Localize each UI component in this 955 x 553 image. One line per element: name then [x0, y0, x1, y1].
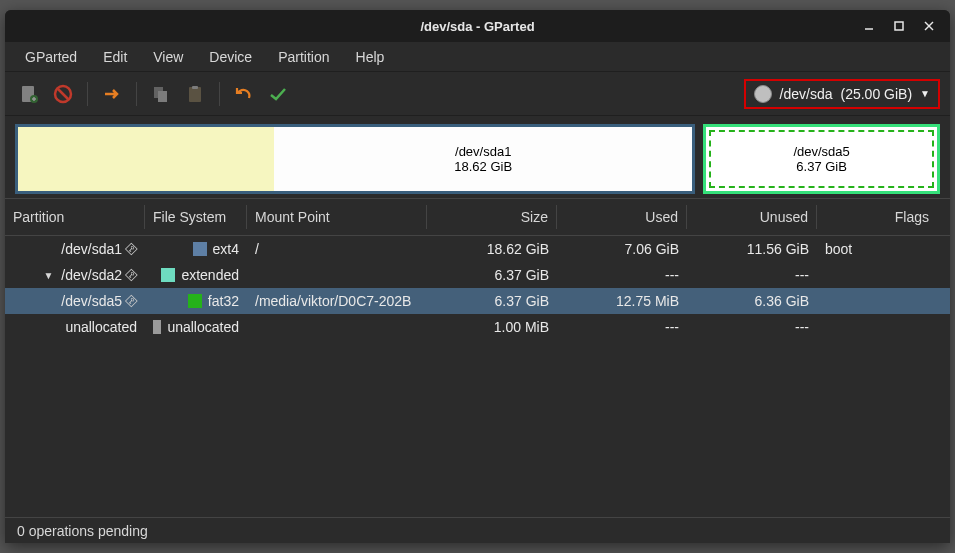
cell-used: 12.75 MiB [557, 290, 687, 312]
cell-flags [817, 290, 937, 312]
cell-filesystem: extended [145, 264, 247, 286]
graph-sda5-name: /dev/sda5 [793, 144, 849, 159]
col-size[interactable]: Size [427, 205, 557, 229]
device-size: (25.00 GiB) [841, 86, 913, 102]
menu-edit[interactable]: Edit [93, 45, 137, 69]
status-text: 0 operations pending [17, 523, 148, 539]
delete-button[interactable] [49, 80, 77, 108]
window-title: /dev/sda - GParted [420, 19, 534, 34]
fs-swatch [188, 294, 202, 308]
lock-key-icon: ⚿ [123, 293, 139, 309]
toolbar: /dev/sda (25.00 GiB) ▼ [5, 72, 950, 116]
close-button[interactable] [914, 14, 944, 38]
cell-flags [817, 316, 937, 338]
fs-swatch [153, 320, 161, 334]
partition-name: unallocated [65, 319, 137, 335]
partition-name: /dev/sda1 [61, 241, 122, 257]
arrow-right-icon [102, 84, 122, 104]
fs-name: fat32 [208, 293, 239, 309]
menu-help[interactable]: Help [346, 45, 395, 69]
menu-view[interactable]: View [143, 45, 193, 69]
col-unused[interactable]: Unused [687, 205, 817, 229]
partition-graph: /dev/sda1 18.62 GiB /dev/sda5 6.37 GiB [15, 124, 940, 194]
chevron-down-icon: ▼ [920, 88, 930, 99]
col-flags[interactable]: Flags [817, 205, 937, 229]
cell-unused: --- [687, 316, 817, 338]
fs-name: unallocated [167, 319, 239, 335]
cell-size: 18.62 GiB [427, 238, 557, 260]
cell-mount [247, 316, 427, 338]
minimize-button[interactable] [854, 14, 884, 38]
cell-filesystem: unallocated [145, 316, 247, 338]
new-partition-button[interactable] [15, 80, 43, 108]
col-used[interactable]: Used [557, 205, 687, 229]
checkmark-icon [268, 84, 288, 104]
graph-sda5-size: 6.37 GiB [796, 159, 847, 174]
col-mount[interactable]: Mount Point [247, 205, 427, 229]
graph-partition-sda5[interactable]: /dev/sda5 6.37 GiB [703, 124, 940, 194]
toolbar-separator [136, 82, 137, 106]
cell-filesystem: ext4 [145, 238, 247, 260]
cell-flags [817, 264, 937, 286]
partition-table: /dev/sda1⚿ext4/18.62 GiB7.06 GiB11.56 Gi… [5, 236, 950, 517]
cell-size: 1.00 MiB [427, 316, 557, 338]
resize-move-button[interactable] [98, 80, 126, 108]
cell-flags: boot [817, 238, 937, 260]
cell-mount [247, 264, 427, 286]
fs-name: ext4 [213, 241, 239, 257]
menu-device[interactable]: Device [199, 45, 262, 69]
cell-size: 6.37 GiB [427, 264, 557, 286]
no-entry-icon [53, 84, 73, 104]
cell-used: --- [557, 264, 687, 286]
cell-partition: unallocated [5, 316, 145, 338]
table-row[interactable]: /dev/sda1⚿ext4/18.62 GiB7.06 GiB11.56 Gi… [5, 236, 950, 262]
expander-icon[interactable]: ▼ [43, 270, 53, 281]
svg-rect-13 [192, 86, 198, 89]
undo-icon [234, 84, 254, 104]
document-new-icon [19, 84, 39, 104]
maximize-button[interactable] [884, 14, 914, 38]
svg-rect-11 [158, 91, 167, 102]
undo-button[interactable] [230, 80, 258, 108]
cell-mount: /media/viktor/D0C7-202B [247, 290, 427, 312]
menubar: GParted Edit View Device Partition Help [5, 42, 950, 72]
disk-icon [754, 85, 772, 103]
table-row[interactable]: ▼/dev/sda2⚿extended6.37 GiB------ [5, 262, 950, 288]
cell-size: 6.37 GiB [427, 290, 557, 312]
paste-button[interactable] [181, 80, 209, 108]
cell-unused: 6.36 GiB [687, 290, 817, 312]
cell-unused: 11.56 GiB [687, 238, 817, 260]
cell-used: 7.06 GiB [557, 238, 687, 260]
cell-partition: /dev/sda5⚿ [5, 290, 145, 312]
table-row[interactable]: unallocatedunallocated1.00 MiB------ [5, 314, 950, 340]
cell-filesystem: fat32 [145, 290, 247, 312]
lock-key-icon: ⚿ [123, 241, 139, 257]
statusbar: 0 operations pending [5, 517, 950, 543]
menu-gparted[interactable]: GParted [15, 45, 87, 69]
device-name: /dev/sda [780, 86, 833, 102]
cell-unused: --- [687, 264, 817, 286]
table-header: Partition File System Mount Point Size U… [5, 198, 950, 236]
col-partition[interactable]: Partition [5, 205, 145, 229]
gparted-window: /dev/sda - GParted GParted Edit View Dev… [5, 10, 950, 543]
svg-rect-12 [189, 87, 201, 102]
menu-partition[interactable]: Partition [268, 45, 339, 69]
cell-partition: ▼/dev/sda2⚿ [5, 264, 145, 286]
svg-line-9 [58, 89, 68, 99]
svg-rect-1 [895, 22, 903, 30]
device-selector[interactable]: /dev/sda (25.00 GiB) ▼ [744, 79, 940, 109]
col-filesystem[interactable]: File System [145, 205, 247, 229]
apply-button[interactable] [264, 80, 292, 108]
copy-icon [151, 84, 171, 104]
fs-swatch [161, 268, 175, 282]
graph-used-region [18, 127, 274, 191]
partition-name: /dev/sda5 [39, 293, 122, 309]
copy-button[interactable] [147, 80, 175, 108]
window-controls [854, 14, 944, 38]
toolbar-separator [219, 82, 220, 106]
toolbar-separator [87, 82, 88, 106]
table-row[interactable]: /dev/sda5⚿fat32/media/viktor/D0C7-202B6.… [5, 288, 950, 314]
graph-partition-sda1[interactable]: /dev/sda1 18.62 GiB [15, 124, 695, 194]
fs-name: extended [181, 267, 239, 283]
cell-mount: / [247, 238, 427, 260]
